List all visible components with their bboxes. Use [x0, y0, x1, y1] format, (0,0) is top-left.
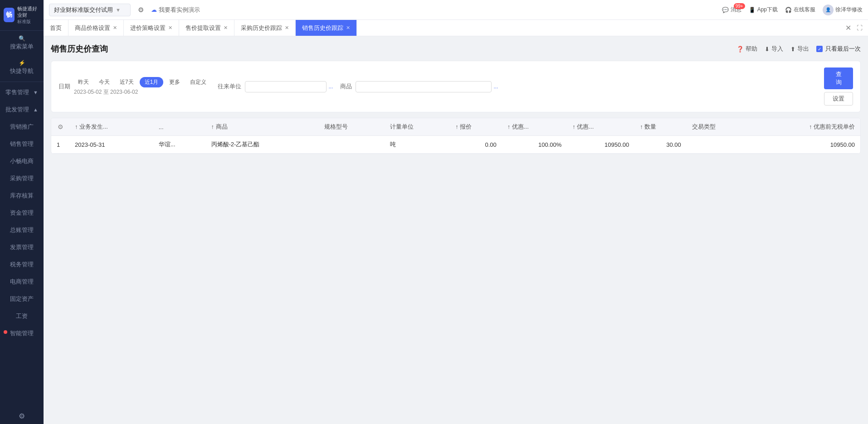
date-btn-more[interactable]: 更多 [165, 77, 184, 87]
help-question-icon: ❓ [736, 46, 744, 53]
cell-index: 1 [51, 136, 69, 154]
sidebar-item-inventory[interactable]: 库存核算 [0, 187, 44, 204]
tab-close-sale-history[interactable]: ✕ [346, 25, 350, 31]
tab-expand-btn[interactable]: ⛶ [855, 24, 864, 32]
filter-product-label: 商品 [340, 82, 352, 91]
filter-date-range: 2023-05-02 至 2023-06-02 [74, 88, 210, 96]
table-col-gear: ⚙ [51, 118, 69, 136]
content-area: 销售历史价查询 ❓ 帮助 ⬇ 导入 ⬆ 导出 只看最后一次 [44, 36, 868, 424]
module-select[interactable]: 好业财标准版交付试用 ▼ [49, 4, 131, 16]
date-btn-7days[interactable]: 近7天 [116, 77, 138, 87]
topbar-gear-icon[interactable]: ⚙ [136, 4, 146, 16]
topbar-service-btn[interactable]: 🎧 在线客服 [785, 6, 815, 14]
sidebar-item-ledger[interactable]: 总账管理 [0, 222, 44, 239]
sidebar-item-wholesale[interactable]: 批发管理 ▲ [0, 101, 44, 118]
tab-close-product-price[interactable]: ✕ [113, 25, 117, 31]
supplier-more-btn[interactable]: ... [328, 83, 333, 90]
date-btn-custom[interactable]: 自定义 [186, 77, 210, 87]
query-button[interactable]: 查询 [824, 67, 853, 89]
smart-dot-indicator [4, 330, 7, 334]
help-link[interactable]: ❓ 帮助 [736, 45, 757, 53]
tabbar: 首页 商品价格设置 ✕ 进价策略设置 ✕ 售价提取设置 ✕ 采购历史价跟踪 ✕ … [44, 20, 868, 36]
sidebar-bottom: ⚙ [0, 408, 44, 424]
import-link[interactable]: ⬇ 导入 [765, 45, 783, 53]
tab-close-sale-extract[interactable]: ✕ [224, 25, 228, 31]
sidebar-item-search[interactable]: 🔍 搜索菜单 [0, 31, 44, 55]
table-col-product[interactable]: ↑ 商品 [206, 118, 319, 136]
table-col-pretax-price[interactable]: ↑ 优惠前无税单价 [752, 118, 860, 136]
table-col-discount-rate[interactable]: ↑ 优惠... [502, 118, 567, 136]
cell-unit: 吨 [385, 136, 450, 154]
app-download-icon: 📱 [749, 7, 756, 13]
tab-home[interactable]: 首页 [44, 20, 68, 36]
table-gear-icon[interactable]: ⚙ [57, 123, 64, 130]
tab-close-btn[interactable]: ✕ [844, 23, 853, 33]
cell-price: 0.00 [450, 136, 502, 154]
table-col-price[interactable]: ↑ 报价 [450, 118, 502, 136]
table-col-discount-price[interactable]: ↑ 优惠... [567, 118, 634, 136]
sidebar-item-quick-nav[interactable]: ⚡ 快捷导航 [0, 55, 44, 80]
filter-supplier-input[interactable] [245, 81, 327, 92]
sidebar-item-smart[interactable]: 智能管理 [0, 325, 44, 342]
cell-qty: 30.00 [634, 136, 687, 154]
export-link[interactable]: ⬆ 导出 [790, 45, 809, 53]
setting-button[interactable]: 设置 [824, 92, 853, 106]
sidebar-item-assets[interactable]: 固定资产 [0, 290, 44, 308]
quick-nav-icon: ⚡ [19, 60, 25, 66]
cell-discount-rate: 100.00% [502, 136, 567, 154]
data-table-wrap: ⚙ ↑ 业务发生... ... ↑ 商品 规格型号 计量单位 ↑ 报价 [51, 118, 861, 154]
sidebar-item-sales[interactable]: 销售管理 [0, 135, 44, 153]
chevron-down-icon: ▼ [33, 90, 38, 95]
tab-purchase-strategy[interactable]: 进价策略设置 ✕ [124, 20, 179, 36]
sidebar-item-finance[interactable]: 资金管理 [0, 204, 44, 222]
table-col-biz-date[interactable]: ↑ 业务发生... [69, 118, 153, 136]
cell-more: 华谊... [153, 136, 206, 154]
table-col-qty[interactable]: ↑ 数量 [634, 118, 687, 136]
date-btn-yesterday[interactable]: 昨天 [74, 77, 93, 87]
tab-close-purchase-history[interactable]: ✕ [285, 25, 289, 31]
demo-play-icon: ☁ [151, 6, 157, 13]
filter-date-label: 日期 [59, 82, 70, 91]
tab-product-price[interactable]: 商品价格设置 ✕ [68, 20, 124, 36]
sidebar-item-invoice[interactable]: 发票管理 [0, 239, 44, 256]
sidebar-item-ecommerce-small[interactable]: 小畅电商 [0, 153, 44, 170]
msg-icon: 💬 [722, 7, 729, 13]
page-actions: ❓ 帮助 ⬇ 导入 ⬆ 导出 只看最后一次 [736, 45, 861, 53]
filter-product-input-wrap: ... [356, 81, 498, 92]
only-last-checkbox-label[interactable]: 只看最后一次 [816, 45, 861, 53]
tab-sale-history[interactable]: 销售历史价跟踪 ✕ [296, 20, 357, 36]
sidebar-item-retail[interactable]: 零售管理 ▼ [0, 84, 44, 101]
sidebar-item-tax[interactable]: 税务管理 [0, 256, 44, 273]
cell-spec [319, 136, 385, 154]
topbar-user-btn[interactable]: 👤 徐泽华修改 [823, 5, 863, 15]
topbar-app-btn[interactable]: 📱 App下载 [749, 6, 778, 14]
cell-trade-type [687, 136, 752, 154]
sidebar-item-purchase[interactable]: 采购管理 [0, 170, 44, 187]
tab-purchase-history[interactable]: 采购历史价跟踪 ✕ [234, 20, 296, 36]
topbar-demo-btn[interactable]: ☁ 我要看实例演示 [151, 6, 200, 14]
date-btn-today[interactable]: 今天 [95, 77, 114, 87]
settings-gear-icon[interactable]: ⚙ [19, 412, 25, 420]
import-icon: ⬇ [765, 46, 770, 53]
filter-actions: 查询 设置 [824, 67, 853, 106]
sidebar-item-ecommerce[interactable]: 电商管理 [0, 273, 44, 290]
tab-close-purchase-strategy[interactable]: ✕ [168, 25, 172, 31]
date-btn-1month[interactable]: 近1月 [140, 77, 164, 87]
data-table: ⚙ ↑ 业务发生... ... ↑ 商品 规格型号 计量单位 ↑ 报价 [51, 118, 860, 154]
filter-date-group: 日期 昨天 今天 近7天 近1月 更多 自定义 2023-05-02 至 202… [59, 77, 210, 96]
search-icon: 🔍 [19, 35, 25, 42]
sidebar-item-marketing[interactable]: 营销推广 [0, 118, 44, 135]
tab-end-controls: ✕ ⛶ [840, 23, 868, 33]
sidebar-item-salary[interactable]: 工资 [0, 308, 44, 325]
only-last-checkbox[interactable] [816, 46, 823, 52]
sidebar-logo: 畅 畅捷通好业财 标准版 [0, 0, 44, 31]
tab-sale-extract[interactable]: 售价提取设置 ✕ [179, 20, 234, 36]
filter-supplier-label: 往来单位 [218, 82, 241, 91]
filter-supplier-input-wrap: ... [245, 81, 333, 92]
module-select-label: 好业财标准版交付试用 [54, 6, 113, 14]
filter-product-group: 商品 ... [340, 81, 498, 92]
filter-product-input[interactable] [356, 81, 492, 92]
topbar-msg-btn[interactable]: 💬 消息 99+ [722, 6, 741, 14]
product-more-btn[interactable]: ... [493, 83, 498, 90]
table-body: 1 2023-05-31 华谊... 丙烯酸-2-乙基己酯 吨 0.00 100… [51, 136, 860, 154]
